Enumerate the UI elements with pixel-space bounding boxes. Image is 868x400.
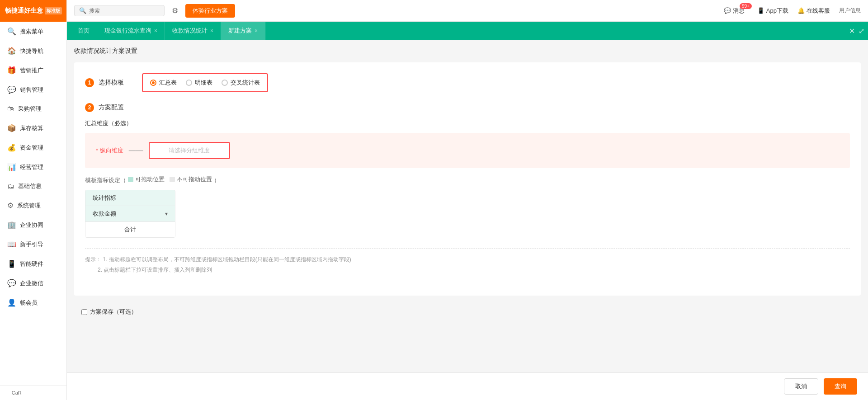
tab-bar-actions: ✕ ⤢ — [849, 27, 864, 35]
header-search-wrapper[interactable]: 🔍 — [74, 5, 165, 16]
stats-column-header[interactable]: 收款金额 ▾ — [85, 206, 175, 222]
window-close-icon[interactable]: ✕ — [849, 27, 855, 35]
sidebar-item-label: 智能硬件 — [20, 260, 43, 268]
cancel-button[interactable]: 取消 — [784, 378, 818, 395]
badge-count: 99+ — [740, 3, 752, 9]
message-badge[interactable]: 💬 消息 99+ — [724, 7, 748, 15]
search-input[interactable] — [89, 8, 152, 14]
tip-text-1: 1. 拖动标题栏可以调整布局，不可跨维度或指标区域拖动栏目段(只能在同一维度或指… — [103, 256, 351, 263]
column-label: 收款金额 — [93, 210, 116, 218]
save-checkbox-label[interactable]: 方案保存（可选） — [81, 308, 137, 316]
tip-item-2: 2. 点击标题栏下拉可设置排序、插入列和删除列 — [85, 266, 850, 274]
radio-detail[interactable]: 明细表 — [186, 79, 212, 87]
stats-table-header: 统计指标 — [85, 190, 175, 206]
save-checkbox-text: 方案保存（可选） — [90, 308, 137, 316]
step2-number: 2 — [85, 103, 94, 112]
radio-summary[interactable]: 汇总表 — [150, 79, 177, 87]
sidebar-item-label: 新手引导 — [20, 240, 43, 249]
sidebar-logo: 畅捷通好生意 标准版 — [0, 0, 66, 22]
tab-bank-flow-label: 现金银行流水查询 — [104, 27, 151, 35]
sidebar-item-quick-nav[interactable]: 🏠 快捷导航 — [0, 41, 66, 61]
service-icon: 🔔 — [797, 7, 805, 14]
sidebar-item-inventory[interactable]: 📦 库存核算 — [0, 118, 66, 138]
sidebar-item-sales[interactable]: 💬 销售管理 — [0, 80, 66, 99]
online-service-link[interactable]: 🔔 在线客服 — [797, 7, 830, 15]
member-icon: 👤 — [7, 298, 16, 307]
sidebar-item-label: 销售管理 — [20, 86, 43, 94]
main-area: 🔍 ⚙ 体验行业方案 💬 消息 99+ 📱 App下载 🔔 在线客服 用户信息 … — [67, 0, 868, 400]
tip-text-2: 2. 点击标题栏下拉可设置排序、插入列和删除列 — [98, 267, 212, 273]
sidebar-item-marketing[interactable]: 🎁 营销推广 — [0, 61, 66, 80]
query-button[interactable]: 查询 — [824, 378, 857, 395]
radio-summary-label: 汇总表 — [159, 79, 177, 87]
draggable-dot — [128, 177, 133, 182]
app-icon: 📱 — [757, 7, 764, 14]
sidebar-item-capital[interactable]: 💰 资金管理 — [0, 138, 66, 157]
tab-collection-stats-close[interactable]: × — [210, 28, 213, 34]
sidebar-item-label: 系统管理 — [17, 202, 41, 210]
page-footer: 方案保存（可选） — [74, 303, 861, 320]
radio-cross[interactable]: 交叉统计表 — [222, 79, 260, 87]
metrics-label-text: 模板指标设定（ — [85, 177, 126, 184]
non-draggable-text: 不可拖动位置 — [177, 175, 212, 184]
sidebar-item-search-menu[interactable]: 🔍 搜索菜单 — [0, 22, 66, 41]
tab-home[interactable]: 首页 — [71, 22, 97, 40]
save-checkbox[interactable] — [81, 309, 87, 315]
version-tag: 标准版 — [45, 7, 62, 14]
basic-info-icon: 🗂 — [7, 182, 14, 190]
tab-collection-stats[interactable]: 收款情况统计 × — [165, 22, 221, 40]
bottom-actions: 取消 查询 — [67, 372, 868, 400]
tips-section: 提示： 1. 拖动标题栏可以调整布局，不可跨维度或指标区域拖动栏目段(只能在同一… — [85, 248, 850, 274]
logo-text: 畅捷通好生意 — [5, 7, 43, 15]
dropdown-icon[interactable]: ▾ — [165, 211, 168, 217]
message-icon: 💬 — [724, 7, 731, 14]
tab-collection-stats-label: 收款情况统计 — [172, 27, 208, 35]
tab-bank-flow[interactable]: 现金银行流水查询 × — [97, 22, 165, 40]
step1-header: 1 选择模板 汇总表 明细表 交叉统计表 — [85, 73, 850, 92]
sidebar-item-label: 企业微信 — [20, 279, 43, 287]
tip-item-1: 提示： 1. 拖动标题栏可以调整布局，不可跨维度或指标区域拖动栏目段(只能在同一… — [85, 256, 850, 264]
dimension-select[interactable]: 请选择分组维度 — [149, 142, 230, 159]
sidebar-item-guide[interactable]: 📖 新手引导 — [0, 235, 66, 254]
step1-title: 选择模板 — [99, 79, 124, 87]
operation-icon: 📊 — [7, 163, 16, 171]
app-download-label: App下载 — [766, 7, 788, 15]
sidebar-bottom: CaR — [0, 385, 66, 400]
sidebar-bottom-left[interactable]: CaR — [0, 386, 33, 400]
wechat-icon: 💬 — [7, 279, 16, 287]
sidebar: 畅捷通好生意 标准版 🔍 搜索菜单 🏠 快捷导航 🎁 营销推广 💬 销售管理 🛍… — [0, 0, 67, 400]
guide-icon: 📖 — [7, 240, 16, 249]
hardware-icon: 📱 — [7, 259, 16, 268]
tab-new-plan[interactable]: 新建方案 × — [221, 22, 265, 40]
sidebar-item-wechat[interactable]: 💬 企业微信 — [0, 273, 66, 293]
window-expand-icon[interactable]: ⤢ — [859, 27, 864, 35]
enterprise-icon: 🏢 — [7, 221, 16, 229]
stats-header-label: 统计指标 — [93, 194, 116, 202]
step1-number: 1 — [85, 78, 94, 87]
trial-button[interactable]: 体验行业方案 — [185, 4, 235, 18]
top-header: 🔍 ⚙ 体验行业方案 💬 消息 99+ 📱 App下载 🔔 在线客服 用户信息 — [67, 0, 868, 22]
page-title: 收款情况统计方案设置 — [74, 47, 861, 55]
radio-detail-label: 明细表 — [195, 79, 212, 87]
sidebar-item-hardware[interactable]: 📱 智能硬件 — [0, 254, 66, 273]
tab-bank-flow-close[interactable]: × — [154, 28, 157, 34]
purchase-icon: 🛍 — [7, 105, 14, 113]
sidebar-item-label: 营销推广 — [20, 66, 43, 75]
search-bar-icon: 🔍 — [79, 7, 86, 14]
dimension-row-label: 纵向维度 — [96, 146, 123, 155]
gear-icon[interactable]: ⚙ — [172, 6, 178, 15]
sidebar-item-operation[interactable]: 📊 经营管理 — [0, 157, 66, 177]
user-info[interactable]: 用户信息 — [839, 7, 861, 14]
stats-row-value: 合计 — [85, 222, 175, 237]
tab-new-plan-close[interactable]: × — [255, 28, 258, 34]
sidebar-item-purchase[interactable]: 🛍 采购管理 — [0, 99, 66, 118]
template-options-box: 汇总表 明细表 交叉统计表 — [142, 73, 268, 92]
page-content: 收款情况统计方案设置 1 选择模板 汇总表 明细表 — [67, 40, 868, 372]
sidebar-item-member[interactable]: 👤 畅会员 — [0, 293, 66, 312]
sidebar-item-enterprise[interactable]: 🏢 企业协同 — [0, 215, 66, 235]
sidebar-item-basic-info[interactable]: 🗂 基础信息 — [0, 177, 66, 196]
sidebar-item-system[interactable]: ⚙ 系统管理 — [0, 196, 66, 215]
sidebar-bottom-right[interactable] — [33, 386, 67, 400]
app-download-link[interactable]: 📱 App下载 — [757, 7, 788, 15]
metrics-label: 模板指标设定（ 可拖动位置 不可拖动位置 ） — [85, 175, 850, 184]
